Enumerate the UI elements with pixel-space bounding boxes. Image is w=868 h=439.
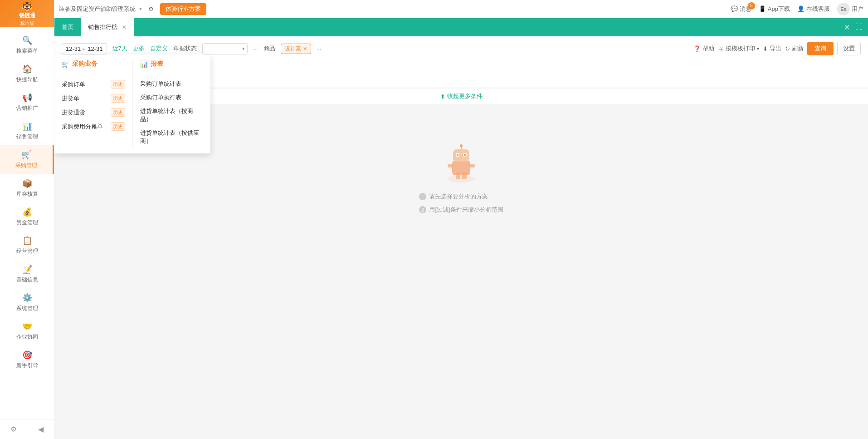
receipt-stats-goods-item[interactable]: 进货单统计表（按商品） bbox=[140, 104, 204, 126]
receipt-stats-supplier-label: 进货单统计表（按供应商） bbox=[140, 129, 204, 145]
tab-home-label: 首页 bbox=[62, 23, 73, 31]
svg-rect-10 bbox=[464, 154, 466, 156]
dropdown-business-header: 🛒 采购业务 bbox=[62, 60, 125, 72]
sidebar-item-basic-label: 基础信息 bbox=[16, 276, 38, 284]
marketing-icon: 📢 bbox=[22, 93, 32, 103]
tab-close-icon[interactable]: ✕ bbox=[122, 24, 127, 30]
purchase-expense-label: 采购费用分摊单 bbox=[62, 123, 103, 131]
collab-icon: 🤝 bbox=[22, 321, 32, 331]
search-nav-icon: 🔍 bbox=[22, 35, 32, 45]
messages-btn[interactable]: 💬 消息 9 bbox=[731, 5, 751, 13]
status-select[interactable] bbox=[202, 43, 248, 54]
dropdown-cols: 🛒 采购业务 采购订单 历史 进货单 历史 进货退货 历史 bbox=[54, 60, 210, 148]
inventory-icon: 📦 bbox=[22, 178, 32, 188]
purchase-order-label: 采购订单 bbox=[62, 80, 85, 89]
status-dots[interactable]: ··· bbox=[253, 45, 258, 52]
sidebar-item-collab[interactable]: 🤝 企业协同 bbox=[0, 317, 54, 345]
export-btn[interactable]: ⬇ 导出 bbox=[763, 44, 781, 53]
export-icon: ⬇ bbox=[763, 45, 768, 52]
sales-icon: 📊 bbox=[22, 121, 32, 131]
sidebar-collapse-icon[interactable]: ◀ bbox=[38, 425, 44, 434]
goods-return-history-badge[interactable]: 历史 bbox=[111, 108, 125, 117]
logo-area: 🐯 畅捷通 标准版 bbox=[0, 0, 54, 27]
toolbar-row: 12-31 ▸ 12-31 近7天 更多 自定义 单据状态 ··· 商品 bbox=[62, 42, 861, 55]
sidebar-item-purchase-label: 采购管理 bbox=[15, 162, 37, 169]
sidebar-item-purchase[interactable]: 🛒 采购管理 bbox=[0, 145, 54, 174]
help-btn[interactable]: ❓ 帮助 bbox=[693, 44, 714, 53]
online-service-btn[interactable]: 👤 在线客服 bbox=[797, 5, 830, 13]
sidebar-item-collab-label: 企业协同 bbox=[16, 333, 38, 341]
dropdown-business-title: 采购业务 bbox=[72, 60, 98, 68]
sidebar-item-quick[interactable]: 🏠 快捷导航 bbox=[0, 59, 54, 88]
sidebar-item-marketing-label: 营销推广 bbox=[16, 104, 38, 112]
business-header-icon: 🛒 bbox=[62, 60, 69, 68]
order-exec-item[interactable]: 采购订单执行表 bbox=[140, 91, 204, 104]
goods-return-label: 进货退货 bbox=[62, 109, 85, 117]
svg-rect-1 bbox=[452, 161, 470, 175]
app-download-btn[interactable]: 📱 App下载 bbox=[759, 5, 790, 13]
dropdown-arrow-icon[interactable]: ▾ bbox=[139, 6, 142, 12]
goods-tag-close-icon[interactable]: ✕ bbox=[303, 46, 307, 52]
collapse-text: 收起更多条件 bbox=[447, 92, 483, 100]
sidebar-item-search-label: 搜索菜单 bbox=[16, 47, 38, 55]
phone-icon: 📱 bbox=[759, 5, 766, 12]
collapse-up-icon: ⬆ bbox=[440, 93, 445, 100]
purchase-icon: 🛒 bbox=[21, 150, 31, 160]
user-btn[interactable]: Ea 用户 bbox=[837, 3, 863, 15]
sidebar-item-basic[interactable]: 📝 基础信息 bbox=[0, 260, 54, 288]
query-btn[interactable]: 查询 bbox=[807, 42, 834, 55]
svg-rect-4 bbox=[456, 172, 460, 179]
tab-bar-right: ✕ ⛶ bbox=[842, 21, 868, 34]
refresh-icon: ↻ bbox=[785, 45, 790, 52]
purchase-expense-item[interactable]: 采购费用分摊单 历史 bbox=[62, 119, 125, 133]
sidebar-item-system[interactable]: ⚙️ 系统管理 bbox=[0, 288, 54, 317]
empty-hints: 1 请先选择要分析的方案 2 用[过滤]条件来缩小分析范围 bbox=[419, 191, 503, 215]
date-range-input[interactable]: 12-31 ▸ 12-31 bbox=[62, 43, 107, 54]
logo-icon: 🐯 bbox=[21, 1, 33, 12]
goods-return-item[interactable]: 进货退货 历史 bbox=[62, 105, 125, 119]
svg-rect-5 bbox=[462, 172, 467, 179]
sidebar-item-search[interactable]: 🔍 搜索菜单 bbox=[0, 31, 54, 59]
refresh-btn[interactable]: ↻ 刷新 bbox=[785, 44, 804, 53]
dropdown-col-report: 📊 报表 采购订单统计表 采购订单执行表 进货单统计表（按商品） 进货单统计表（… bbox=[132, 60, 211, 148]
logo-text: 畅捷通 bbox=[19, 12, 35, 20]
goods-receipt-item[interactable]: 进货单 历史 bbox=[62, 91, 125, 105]
date-more[interactable]: 更多 bbox=[133, 44, 145, 53]
svg-rect-9 bbox=[457, 154, 458, 156]
date-arrow-icon: ▸ bbox=[83, 45, 86, 52]
report-header-icon: 📊 bbox=[140, 60, 148, 68]
goods-receipt-label: 进货单 bbox=[62, 94, 79, 103]
receipt-stats-supplier-item[interactable]: 进货单统计表（按供应商） bbox=[140, 126, 204, 148]
content-area: 12-31 ▸ 12-31 近7天 更多 自定义 单据状态 ··· 商品 bbox=[54, 36, 868, 439]
purchase-order-item[interactable]: 采购订单 历史 bbox=[62, 77, 125, 91]
sidebar-item-sales[interactable]: 📊 销售管理 bbox=[0, 117, 54, 145]
sidebar-item-operation-label: 经营管理 bbox=[16, 247, 38, 255]
purchase-dropdown-menu: 🛒 采购业务 采购订单 历史 进货单 历史 进货退货 历史 bbox=[54, 54, 210, 153]
tab-expand-icon[interactable]: ⛶ bbox=[853, 21, 864, 33]
sidebar-item-operation[interactable]: 📋 经营管理 bbox=[0, 231, 54, 260]
order-stats-item[interactable]: 采购订单统计表 bbox=[140, 77, 204, 91]
tab-close-all-icon[interactable]: ✕ bbox=[842, 21, 852, 34]
sidebar-settings-icon[interactable]: ⚙ bbox=[10, 425, 17, 434]
svg-point-12 bbox=[460, 144, 463, 147]
print-btn[interactable]: 🖨 按模板打印 ▾ bbox=[718, 44, 759, 53]
sidebar-item-inventory[interactable]: 📦 库存核算 bbox=[0, 174, 54, 202]
date-7days[interactable]: 近7天 bbox=[112, 44, 127, 53]
receipt-stats-goods-label: 进货单统计表（按商品） bbox=[140, 107, 204, 123]
settings-icon[interactable]: ⚙ bbox=[146, 4, 156, 15]
sidebar-item-finance-label: 资金管理 bbox=[16, 219, 38, 227]
goods-tag-text: 设计素 bbox=[285, 45, 301, 53]
sidebar-item-marketing[interactable]: 📢 营销推广 bbox=[0, 88, 54, 117]
sidebar: 🐯 畅捷通 标准版 🔍 搜索菜单 🏠 快捷导航 📢 营销推广 📊 销售管理 🛒 … bbox=[0, 0, 54, 439]
tab-home[interactable]: 首页 bbox=[54, 18, 81, 36]
settings-btn[interactable]: 设置 bbox=[837, 42, 861, 55]
industry-btn[interactable]: 体验行业方案 bbox=[160, 3, 206, 15]
purchase-expense-history-badge[interactable]: 历史 bbox=[111, 122, 125, 131]
goods-dots[interactable]: ··· bbox=[317, 45, 322, 52]
date-custom[interactable]: 自定义 bbox=[150, 44, 168, 53]
goods-receipt-history-badge[interactable]: 历史 bbox=[111, 94, 125, 103]
tab-sales-rank[interactable]: 销售排行榜 ✕ bbox=[81, 18, 134, 36]
sidebar-item-finance[interactable]: 💰 资金管理 bbox=[0, 202, 54, 231]
purchase-order-history-badge[interactable]: 历史 bbox=[111, 80, 125, 89]
sidebar-item-guide[interactable]: 🎯 新手引导 bbox=[0, 345, 54, 374]
